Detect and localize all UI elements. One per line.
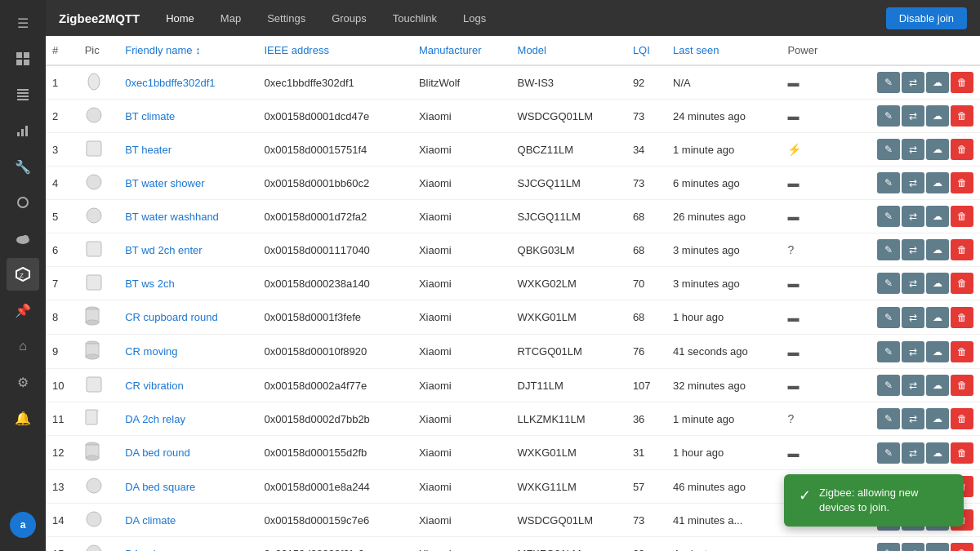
pin-icon[interactable]: 📌 [7,294,39,327]
edit-button[interactable]: ✎ [877,239,900,260]
network-button[interactable]: ⇄ [902,442,924,464]
network-button[interactable]: ⇄ [902,206,924,227]
cloud-button[interactable]: ☁ [926,139,949,160]
hamburger-icon[interactable]: ☰ [7,7,39,39]
edit-button[interactable]: ✎ [877,543,900,551]
bell-icon[interactable]: 🔔 [7,402,39,434]
nav-logs[interactable]: Logs [457,9,492,28]
device-link[interactable]: CR vibration [125,380,184,392]
user-avatar[interactable]: a [10,512,36,538]
nav-map[interactable]: Map [214,9,247,28]
cloud-button[interactable]: ☁ [926,206,949,227]
cell-num: 3 [46,133,78,167]
delete-button[interactable]: 🗑 [951,375,973,396]
edit-button[interactable]: ✎ [877,72,900,93]
delete-button[interactable]: 🗑 [951,543,973,551]
col-ieee[interactable]: IEEE address [257,36,412,65]
delete-button[interactable]: 🗑 [951,139,973,160]
device-link[interactable]: DA bed square [125,481,195,493]
device-link[interactable]: DA 2ch relay [125,413,185,425]
edit-button[interactable]: ✎ [877,172,900,193]
cloud-button[interactable]: ☁ [926,105,949,127]
dashboard-icon[interactable] [7,42,39,75]
delete-button[interactable]: 🗑 [951,408,973,429]
device-link[interactable]: BT water shower [125,177,204,189]
delete-button[interactable]: 🗑 [951,72,973,93]
network-button[interactable]: ⇄ [902,105,924,127]
network-button[interactable]: ⇄ [902,273,924,294]
delete-button[interactable]: 🗑 [951,239,973,260]
cloud-button[interactable]: ☁ [926,273,949,294]
chart-icon[interactable] [7,114,39,147]
col-model[interactable]: Model [511,36,626,65]
edit-button[interactable]: ✎ [877,307,900,328]
device-link[interactable]: BT ws 2ch [125,278,174,290]
network-button[interactable]: ⇄ [902,375,924,396]
cloud-button[interactable]: ☁ [926,408,949,429]
zigbee-icon[interactable]: Z [7,258,39,291]
device-link[interactable]: DA climate [125,514,176,527]
device-link[interactable]: 0xec1bbdffe302df1 [125,77,215,89]
delete-button[interactable]: 🗑 [951,172,973,193]
col-manufacturer[interactable]: Manufacturer [412,36,511,65]
col-friendly-name[interactable]: Friendly name ↕ [118,36,257,65]
cell-ieee: 0x00158d00015751f4 [257,133,412,167]
cloud-button[interactable]: ☁ [926,72,949,93]
device-link[interactable]: DA bed round [125,447,190,459]
delete-button[interactable]: 🗑 [951,206,973,227]
nav-touchlink[interactable]: Touchlink [386,9,443,28]
device-link[interactable]: BT water washhand [125,211,219,223]
col-lqi[interactable]: LQI [626,36,666,65]
edit-button[interactable]: ✎ [877,206,900,227]
device-link[interactable]: CR cupboard round [125,311,217,323]
cell-pic [78,133,119,167]
cell-manufacturer: Xiaomi [412,470,511,504]
cloud-button[interactable]: ☁ [926,239,949,260]
edit-button[interactable]: ✎ [877,105,900,127]
network-button[interactable]: ⇄ [902,72,924,93]
cell-manufacturer: BlitzWolf [412,65,511,100]
table-row: 11 DA 2ch relay 0x00158d0002d7bb2b Xiaom… [46,402,980,436]
edit-button[interactable]: ✎ [877,273,900,294]
device-link[interactable]: BT climate [125,110,175,122]
network-button[interactable]: ⇄ [902,172,924,193]
edit-button[interactable]: ✎ [877,139,900,160]
table-row: 6 BT wd 2ch enter 0x00158d0001117040 Xia… [46,233,980,267]
col-last-seen[interactable]: Last seen [666,36,781,65]
cloud-button[interactable]: ☁ [926,307,949,328]
cloud-icon[interactable] [7,222,39,255]
edit-button[interactable]: ✎ [877,375,900,396]
cloud-button[interactable]: ☁ [926,543,949,551]
cloud-button[interactable]: ☁ [926,375,949,396]
nav-settings[interactable]: Settings [261,9,312,28]
devices-icon[interactable] [7,78,39,111]
device-link[interactable]: CR moving [125,345,177,358]
cloud-button[interactable]: ☁ [926,442,949,464]
disable-join-button[interactable]: Disable join [886,7,967,29]
nav-groups[interactable]: Groups [325,9,373,28]
edit-button[interactable]: ✎ [877,408,900,429]
network-button[interactable]: ⇄ [902,341,924,362]
network-button[interactable]: ⇄ [902,408,924,429]
network-button[interactable]: ⇄ [902,307,924,328]
delete-button[interactable]: 🗑 [951,273,973,294]
nav-home[interactable]: Home [159,9,201,28]
delete-button[interactable]: 🗑 [951,307,973,328]
edit-button[interactable]: ✎ [877,442,900,464]
cloud-button[interactable]: ☁ [926,341,949,362]
wrench-icon[interactable]: 🔧 [7,150,39,183]
network-button[interactable]: ⇄ [902,239,924,260]
circle-icon[interactable] [7,186,39,219]
home2-icon[interactable]: ⌂ [7,330,39,362]
network-button[interactable]: ⇄ [902,543,924,551]
device-link[interactable]: BT wd 2ch enter [125,244,202,256]
cloud-button[interactable]: ☁ [926,172,949,193]
network-button[interactable]: ⇄ [902,139,924,160]
device-link[interactable]: DA cube [125,548,165,552]
device-link[interactable]: BT heater [125,144,172,156]
delete-button[interactable]: 🗑 [951,105,973,127]
edit-button[interactable]: ✎ [877,341,900,362]
delete-button[interactable]: 🗑 [951,442,973,464]
delete-button[interactable]: 🗑 [951,341,973,362]
gear-icon[interactable]: ⚙ [7,366,39,398]
